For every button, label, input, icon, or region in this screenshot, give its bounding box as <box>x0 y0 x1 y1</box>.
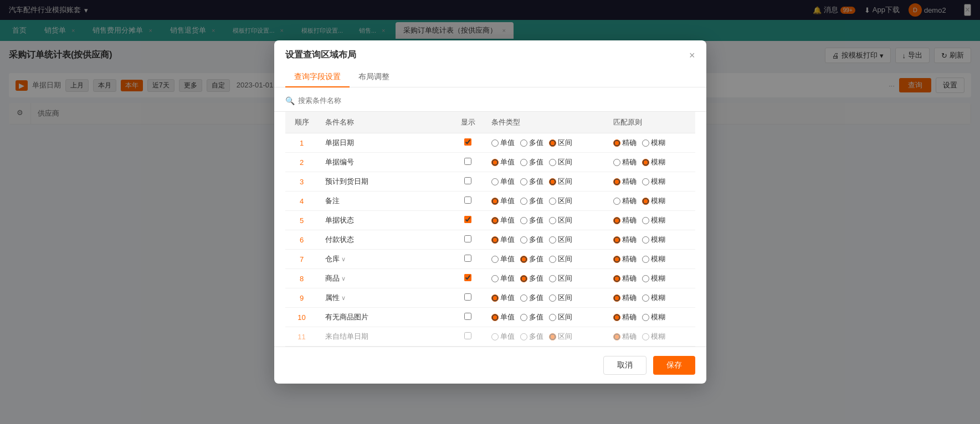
rule-option-精确[interactable]: 精确 <box>613 138 637 148</box>
row-rule-3: 精确模糊 <box>607 172 695 192</box>
table-row: 8商品 ∨单值多值区间精确模糊 <box>285 269 695 288</box>
display-checkbox-10[interactable] <box>464 313 471 320</box>
row-display-2 <box>451 153 485 172</box>
type-option-多值[interactable]: 多值 <box>520 293 543 303</box>
type-option-区间[interactable]: 区间 <box>549 157 572 167</box>
type-option-区间[interactable]: 区间 <box>549 235 572 245</box>
row-display-7 <box>451 250 485 269</box>
type-option-单值[interactable]: 单值 <box>491 215 515 225</box>
rule-option-模糊[interactable]: 模糊 <box>642 312 665 322</box>
type-option-单值[interactable]: 单值 <box>491 177 515 187</box>
rule-option-精确[interactable]: 精确 <box>613 215 637 225</box>
type-option-单值[interactable]: 单值 <box>491 254 515 264</box>
row-name-3: 预计到货日期 <box>319 172 451 192</box>
rule-option-模糊[interactable]: 模糊 <box>642 293 665 303</box>
type-option-单值[interactable]: 单值 <box>491 332 515 342</box>
search-input[interactable] <box>298 94 409 107</box>
display-checkbox-1[interactable] <box>464 138 471 146</box>
dropdown-icon: ∨ <box>341 275 346 282</box>
type-option-多值[interactable]: 多值 <box>520 235 543 245</box>
row-display-6 <box>451 230 485 250</box>
type-option-多值[interactable]: 多值 <box>520 215 543 225</box>
display-checkbox-3[interactable] <box>464 177 471 184</box>
table-row: 4备注单值多值区间精确模糊 <box>285 192 695 211</box>
tab-layout[interactable]: 布局调整 <box>350 68 398 87</box>
rule-option-精确[interactable]: 精确 <box>613 177 637 187</box>
rule-option-模糊[interactable]: 模糊 <box>642 196 665 206</box>
rule-option-模糊[interactable]: 模糊 <box>642 332 665 342</box>
row-type-8: 单值多值区间 <box>485 269 607 288</box>
type-option-区间[interactable]: 区间 <box>549 273 572 283</box>
type-option-单值[interactable]: 单值 <box>491 196 515 206</box>
type-option-单值[interactable]: 单值 <box>491 293 515 303</box>
type-option-区间[interactable]: 区间 <box>549 177 572 187</box>
type-option-区间[interactable]: 区间 <box>549 196 572 206</box>
rule-option-精确[interactable]: 精确 <box>613 332 637 342</box>
col-order: 顺序 <box>285 112 319 133</box>
type-option-多值[interactable]: 多值 <box>520 138 543 148</box>
display-checkbox-11[interactable] <box>464 332 471 339</box>
rule-option-模糊[interactable]: 模糊 <box>642 235 665 245</box>
type-option-单值[interactable]: 单值 <box>491 138 515 148</box>
type-option-单值[interactable]: 单值 <box>491 273 515 283</box>
row-order-11: 11 <box>285 327 319 347</box>
type-option-单值[interactable]: 单值 <box>491 312 515 322</box>
type-option-多值[interactable]: 多值 <box>520 332 543 342</box>
tab-fields[interactable]: 查询字段设置 <box>285 68 350 87</box>
type-option-区间[interactable]: 区间 <box>549 254 572 264</box>
row-name-10: 有无商品图片 <box>319 308 451 327</box>
type-option-区间[interactable]: 区间 <box>549 312 572 322</box>
type-option-区间[interactable]: 区间 <box>549 138 572 148</box>
table-row: 3预计到货日期单值多值区间精确模糊 <box>285 172 695 192</box>
rule-option-模糊[interactable]: 模糊 <box>642 254 665 264</box>
type-option-单值[interactable]: 单值 <box>491 235 515 245</box>
display-checkbox-6[interactable] <box>464 235 471 242</box>
table-row: 6付款状态单值多值区间精确模糊 <box>285 230 695 250</box>
rule-option-模糊[interactable]: 模糊 <box>642 215 665 225</box>
rule-option-模糊[interactable]: 模糊 <box>642 157 665 167</box>
type-option-多值[interactable]: 多值 <box>520 196 543 206</box>
type-option-多值[interactable]: 多值 <box>520 157 543 167</box>
display-checkbox-9[interactable] <box>464 293 471 301</box>
rule-option-模糊[interactable]: 模糊 <box>642 273 665 283</box>
display-checkbox-4[interactable] <box>464 197 471 204</box>
type-option-区间[interactable]: 区间 <box>549 215 572 225</box>
display-checkbox-7[interactable] <box>464 255 471 262</box>
table-row: 2单据编号单值多值区间精确模糊 <box>285 153 695 172</box>
row-type-5: 单值多值区间 <box>485 211 607 230</box>
rule-option-精确[interactable]: 精确 <box>613 312 637 322</box>
row-order-3: 3 <box>285 172 319 192</box>
rule-option-模糊[interactable]: 模糊 <box>642 138 665 148</box>
row-order-1: 1 <box>285 133 319 153</box>
display-checkbox-8[interactable] <box>464 274 471 281</box>
row-order-8: 8 <box>285 269 319 288</box>
rule-option-模糊[interactable]: 模糊 <box>642 177 665 187</box>
row-type-6: 单值多值区间 <box>485 230 607 250</box>
rule-option-精确[interactable]: 精确 <box>613 157 637 167</box>
search-icon: 🔍 <box>285 96 295 105</box>
settings-dialog: 设置查询区域布局 × 查询字段设置 布局调整 🔍 顺序 条件名称 显示 条件类型… <box>274 40 706 384</box>
rule-option-精确[interactable]: 精确 <box>613 254 637 264</box>
type-option-多值[interactable]: 多值 <box>520 312 543 322</box>
rule-option-精确[interactable]: 精确 <box>613 273 637 283</box>
type-option-多值[interactable]: 多值 <box>520 177 543 187</box>
dialog-close-button[interactable]: × <box>689 50 695 60</box>
rule-option-精确[interactable]: 精确 <box>613 293 637 303</box>
display-checkbox-5[interactable] <box>464 216 471 223</box>
cancel-button[interactable]: 取消 <box>603 356 647 375</box>
row-rule-8: 精确模糊 <box>607 269 695 288</box>
rule-option-精确[interactable]: 精确 <box>613 235 637 245</box>
save-button[interactable]: 保存 <box>653 356 695 375</box>
type-option-多值[interactable]: 多值 <box>520 273 543 283</box>
row-rule-11: 精确模糊 <box>607 327 695 347</box>
type-option-区间[interactable]: 区间 <box>549 293 572 303</box>
row-order-2: 2 <box>285 153 319 172</box>
row-rule-10: 精确模糊 <box>607 308 695 327</box>
type-option-单值[interactable]: 单值 <box>491 157 515 167</box>
type-option-区间[interactable]: 区间 <box>549 332 572 342</box>
display-checkbox-2[interactable] <box>464 158 471 165</box>
row-rule-9: 精确模糊 <box>607 288 695 308</box>
row-display-9 <box>451 288 485 308</box>
rule-option-精确[interactable]: 精确 <box>613 196 637 206</box>
type-option-多值[interactable]: 多值 <box>520 254 543 264</box>
